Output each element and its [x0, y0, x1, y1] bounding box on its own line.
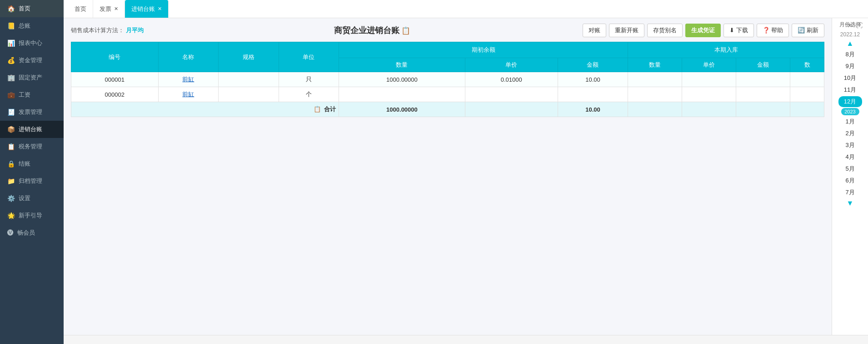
month-6[interactable]: 6月 [838, 175, 862, 186]
row1-period-price: 0.01000 [465, 72, 558, 87]
sidebar: 🏠 首页 📒 总账 📊 报表中心 💰 资金管理 🏢 固定资产 💼 工资 🧾 发票… [0, 0, 64, 344]
month-10[interactable]: 10月 [838, 73, 862, 84]
action-buttons: 对账 重新开账 存货别名 生成凭证 ⬇ 下载 ❓ 帮助 🔄 刷新 [583, 24, 824, 37]
window-close-btn[interactable]: ✕ [847, 22, 853, 29]
row1-id: 000001 [71, 72, 159, 87]
title-icon: 📋 [401, 26, 410, 35]
sidebar-item-ledger[interactable]: 📒 总账 [0, 17, 64, 34]
home-icon: 🏠 [7, 5, 15, 12]
month-12[interactable]: 12月 [838, 96, 862, 107]
total-period-qty: 1000.00000 [339, 102, 465, 117]
month-4[interactable]: 4月 [838, 152, 862, 162]
sidebar-item-invoice-mgr[interactable]: 🧾 发票管理 [0, 103, 64, 121]
total-period-price [465, 102, 558, 117]
scroll-up-btn[interactable]: ▲ [847, 39, 854, 48]
tab-invoice-close[interactable]: ✕ [114, 6, 118, 12]
month-2[interactable]: 2月 [838, 128, 862, 139]
total-row: 📋 合计 1000.00000 10.00 [71, 102, 824, 117]
tab-purchase-close[interactable]: ✕ [158, 6, 162, 12]
month-9[interactable]: 9月 [838, 61, 862, 72]
help-icon: ❓ [763, 27, 770, 34]
download-button[interactable]: ⬇ 下载 [723, 24, 754, 37]
row2-in-extra [790, 87, 824, 102]
sidebar-item-vip[interactable]: 🅥 畅会员 [0, 224, 64, 241]
sidebar-item-home[interactable]: 🏠 首页 [0, 0, 64, 17]
vip-icon: 🅥 [7, 229, 14, 236]
table-row: 000002 前缸 个 [71, 87, 824, 102]
sidebar-item-guide[interactable]: 🌟 新手引导 [0, 207, 64, 224]
month-1[interactable]: 1月 [838, 116, 862, 127]
row1-name: 前缸 [158, 72, 219, 87]
download-icon: ⬇ [729, 27, 734, 34]
in-qty-header: 数量 [628, 58, 682, 72]
row2-in-qty [628, 87, 682, 102]
tab-purchase-label: 进销台账 [131, 5, 155, 13]
sidebar-item-tax[interactable]: 📋 税务管理 [0, 138, 64, 155]
main-table: 编号 名称 规格 单位 期初余额 本期入库 数量 单价 金额 数量 [71, 42, 824, 117]
generate-voucher-button[interactable]: 生成凭证 [685, 24, 721, 37]
tab-home[interactable]: 首页 [68, 0, 93, 18]
col-spec-header: 规格 [219, 42, 279, 72]
sidebar-item-close[interactable]: 🔒 结账 [0, 155, 64, 172]
month-7[interactable]: 7月 [838, 187, 862, 198]
col-unit-header: 单位 [279, 42, 339, 72]
row1-period-amount: 10.00 [558, 72, 628, 87]
page-title: 商贸企业进销台账 [334, 25, 399, 36]
window-maximize-btn[interactable]: ⛶ [856, 22, 863, 29]
row1-in-extra [790, 72, 824, 87]
sidebar-item-archive[interactable]: 📁 归档管理 [0, 172, 64, 190]
tab-purchase[interactable]: 进销台账 ✕ [125, 0, 169, 18]
bottom-scrollbar[interactable] [64, 335, 868, 344]
sidebar-item-report[interactable]: 📊 报表中心 [0, 34, 64, 52]
table-row: 000001 前缸 只 1000.00000 0.01000 10.00 [71, 72, 824, 87]
settings-icon: ⚙️ [7, 195, 15, 202]
total-label: 📋 合计 [71, 102, 339, 117]
total-in-extra [790, 102, 824, 117]
row2-id: 000002 [71, 87, 159, 102]
purchase-sales-icon: 📦 [7, 126, 15, 133]
refresh-button[interactable]: 🔄 刷新 [792, 24, 824, 37]
refresh-icon: 🔄 [798, 27, 805, 34]
row2-name: 前缸 [158, 87, 219, 102]
reconcile-button[interactable]: 对账 [583, 24, 606, 37]
row1-in-qty [628, 72, 682, 87]
row2-period-amount [558, 87, 628, 102]
tab-invoice-label: 发票 [100, 5, 111, 13]
reopen-button[interactable]: 重新开账 [609, 24, 644, 37]
period-qty-header: 数量 [339, 58, 465, 72]
year-2023-tag: 2023 [841, 108, 859, 115]
month-3[interactable]: 3月 [838, 140, 862, 151]
tax-icon: 📋 [7, 143, 15, 150]
main-area: 首页 发票 ✕ 进销台账 ✕ 销售成本计算方法： 月平均 商贸企业进销台账 📋 [64, 0, 868, 344]
total-icon: 📋 [314, 106, 321, 113]
save-alias-button[interactable]: 存货别名 [647, 24, 683, 37]
total-text: 合计 [324, 106, 336, 113]
sidebar-item-purchase-sales[interactable]: 📦 进销台账 [0, 121, 64, 138]
month-8[interactable]: 8月 [838, 49, 862, 60]
row2-spec [219, 87, 279, 102]
asset-icon: 🏢 [7, 74, 15, 81]
page-header: 销售成本计算方法： 月平均 商贸企业进销台账 📋 对账 重新开账 存货别名 生成… [71, 24, 824, 37]
year-2022-label: 2022.12 [840, 31, 860, 38]
tab-invoice[interactable]: 发票 ✕ [93, 0, 125, 18]
sidebar-item-salary[interactable]: 💼 工资 [0, 86, 64, 103]
window-controls: ✕ ⛶ [847, 22, 863, 29]
salary-icon: 💼 [7, 91, 15, 98]
scroll-down-btn[interactable]: ▼ [847, 199, 854, 207]
help-button[interactable]: ❓ 帮助 [757, 24, 789, 37]
sidebar-item-fund[interactable]: 💰 资金管理 [0, 52, 64, 69]
col-name-header: 名称 [158, 42, 219, 72]
page-content: 销售成本计算方法： 月平均 商贸企业进销台账 📋 对账 重新开账 存货别名 生成… [64, 18, 832, 335]
invoice-mgr-icon: 🧾 [7, 108, 15, 116]
archive-icon: 📁 [7, 177, 15, 185]
sidebar-item-asset[interactable]: 🏢 固定资产 [0, 69, 64, 86]
month-5[interactable]: 5月 [838, 163, 862, 174]
guide-icon: 🌟 [7, 212, 15, 219]
fund-icon: 💰 [7, 57, 15, 64]
sidebar-item-settings[interactable]: ⚙️ 设置 [0, 190, 64, 207]
col-id-header: 编号 [71, 42, 159, 72]
month-11[interactable]: 11月 [838, 84, 862, 95]
cost-method-label: 销售成本计算方法： [71, 26, 124, 34]
close-account-icon: 🔒 [7, 160, 15, 167]
row1-spec [219, 72, 279, 87]
